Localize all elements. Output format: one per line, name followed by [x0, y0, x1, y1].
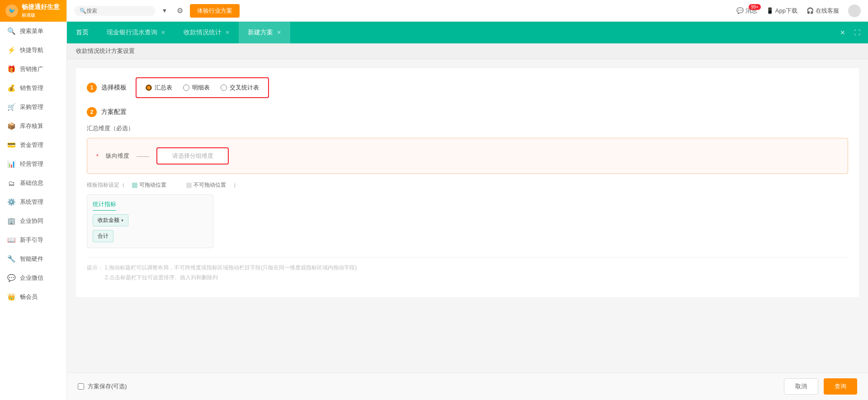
metric-amount-label: 收款金额 — [98, 216, 119, 224]
sidebar-label-sales: 销售管理 — [20, 84, 43, 92]
metric-subtag-row: 合计 — [93, 228, 208, 242]
sidebar-label-marketing: 营销推广 — [20, 65, 43, 73]
cancel-button[interactable]: 取消 — [784, 378, 818, 395]
settings-icon[interactable]: ⚙ — [174, 5, 186, 17]
sidebar-item-wechat[interactable]: 💬 企业微信 — [0, 268, 66, 287]
tab-collection-stats-close[interactable]: ✕ — [225, 29, 230, 36]
dimension-section-title: 汇总维度（必选） — [87, 124, 848, 132]
tab-collection-stats[interactable]: 收款情况统计 ✕ — [175, 22, 239, 43]
message-btn[interactable]: 💬 消息 99+ — [736, 7, 757, 15]
search-bar[interactable]: 🔍 — [74, 6, 156, 16]
system-icon: ⚙️ — [7, 198, 15, 206]
metrics-section-title: 统计指标 — [93, 200, 116, 211]
template-selection-box: 汇总表 明细表 交叉统计表 — [136, 77, 269, 98]
sidebar-item-base-info[interactable]: 🗂 基础信息 — [0, 174, 66, 193]
sidebar-item-operations[interactable]: 📊 经营管理 — [0, 155, 66, 174]
tab-new-plan-label: 新建方案 — [248, 28, 273, 37]
metric-dropdown-icon[interactable]: ▾ — [121, 218, 123, 223]
sidebar-item-sales[interactable]: 💰 销售管理 — [0, 79, 66, 98]
metrics-section: 模板指标设定（ 可拖动位置 不可拖动位置 ） — [87, 181, 848, 248]
tabs-close-btn[interactable]: ✕ — [837, 27, 848, 38]
query-button[interactable]: 查询 — [824, 378, 857, 395]
tab-new-plan-close[interactable]: ✕ — [277, 29, 281, 36]
sidebar: 🐦 畅捷通好生意 标准版 🔍 搜索菜单 ⚡ 快捷导航 🎁 营销推广 💰 销售管理… — [0, 0, 67, 400]
radio-cross-label: 交叉统计表 — [230, 84, 259, 92]
sidebar-item-vip[interactable]: 👑 畅会员 — [0, 287, 66, 306]
tabs-bar: 首页 现金银行流水查询 ✕ 收款情况统计 ✕ 新建方案 ✕ ✕ ⛶ — [67, 22, 868, 43]
sidebar-item-finance[interactable]: 💳 资金管理 — [0, 136, 66, 155]
metrics-container: 统计指标 收款金额 ▾ 合计 — [87, 194, 213, 248]
tips-line1: 提示： 1.拖动标题栏可以调整布局，不可跨维度或指标区域拖动栏目字段(只能在同一… — [87, 263, 848, 273]
inventory-icon: 📦 — [7, 122, 15, 130]
industry-btn[interactable]: 体验行业方案 — [190, 4, 240, 18]
save-label: 方案保存(可选) — [88, 382, 127, 391]
draggable-indicator — [132, 183, 137, 188]
sidebar-item-search[interactable]: 🔍 搜索菜单 — [0, 22, 66, 41]
metric-tag-row: 收款金额 ▾ — [93, 214, 208, 226]
page-body: 1 选择模板 汇总表 明细表 交叉统计表 — [67, 59, 868, 372]
footer-left: 方案保存(可选) — [78, 382, 127, 391]
step1-row: 1 选择模板 汇总表 明细表 交叉统计表 — [87, 77, 848, 98]
footer-right: 取消 查询 — [784, 378, 857, 395]
tab-cash-flow[interactable]: 现金银行流水查询 ✕ — [98, 22, 175, 43]
metrics-header: 模板指标设定（ 可拖动位置 不可拖动位置 ） — [87, 181, 848, 189]
message-icon: 💬 — [736, 7, 744, 14]
finance-icon: 💳 — [7, 141, 15, 149]
metric-tag-amount[interactable]: 收款金额 ▾ — [93, 214, 128, 226]
guide-icon: 📖 — [7, 236, 15, 244]
user-avatar[interactable] — [848, 5, 861, 17]
sidebar-item-guide[interactable]: 📖 新手引导 — [0, 231, 66, 249]
tab-new-plan[interactable]: 新建方案 ✕ — [239, 22, 290, 43]
radio-cross-input[interactable] — [221, 85, 227, 91]
sidebar-item-marketing[interactable]: 🎁 营销推广 — [0, 60, 66, 79]
metrics-setting-title: 模板指标设定（ — [87, 181, 125, 189]
tab-collection-stats-label: 收款情况统计 — [184, 28, 222, 37]
sidebar-item-inventory[interactable]: 📦 库存核算 — [0, 117, 66, 136]
sidebar-label-inventory: 库存核算 — [20, 122, 43, 130]
radio-cross[interactable]: 交叉统计表 — [221, 84, 259, 92]
radio-detail[interactable]: 明细表 — [183, 84, 210, 92]
dimension-inner: * 纵向维度 —— 请选择分组维度 — [96, 147, 839, 165]
step2-row: 2 方案配置 — [87, 107, 848, 117]
tab-home[interactable]: 首页 — [67, 22, 98, 43]
tabs-right-controls: ✕ ⛶ — [837, 27, 868, 38]
step2-circle: 2 — [87, 107, 97, 117]
sidebar-item-enterprise[interactable]: 🏢 企业协同 — [0, 212, 66, 231]
sidebar-item-purchase[interactable]: 🛒 采购管理 — [0, 98, 66, 117]
quick-nav-icon: ⚡ — [7, 46, 15, 54]
logo-icon: 🐦 — [5, 5, 18, 17]
operations-icon: 📊 — [7, 160, 15, 168]
select-dimension-btn[interactable]: 请选择分组维度 — [156, 147, 229, 165]
search-dropdown-icon[interactable]: ▼ — [159, 5, 170, 16]
main-area: 🔍 ▼ ⚙ 体验行业方案 💬 消息 99+ 📱 App下载 🎧 在线客服 — [67, 0, 868, 400]
online-service-btn[interactable]: 🎧 在线客服 — [807, 7, 839, 15]
radio-summary[interactable]: 汇总表 — [146, 84, 172, 92]
radio-detail-input[interactable] — [183, 85, 189, 91]
metrics-separator — [174, 181, 179, 189]
sidebar-label-wechat: 企业微信 — [20, 274, 43, 282]
sidebar-label-smart-hw: 智能硬件 — [20, 255, 43, 263]
dimension-row: * 纵向维度 —— 请选择分组维度 — [96, 147, 839, 165]
search-icon: 🔍 — [80, 8, 86, 14]
search-input[interactable] — [86, 8, 150, 14]
required-star: * — [96, 153, 99, 160]
step1-label: 选择模板 — [101, 84, 127, 92]
tab-cash-flow-close[interactable]: ✕ — [161, 29, 165, 36]
sales-icon: 💰 — [7, 84, 15, 92]
draggable-badge: 可拖动位置 — [132, 181, 166, 189]
sidebar-item-quick-nav[interactable]: ⚡ 快捷导航 — [0, 41, 66, 60]
radio-summary-input[interactable] — [146, 85, 152, 91]
sidebar-item-smart-hw[interactable]: 🔧 智能硬件 — [0, 249, 66, 268]
message-badge: 99+ — [749, 4, 761, 10]
non-draggable-indicator — [186, 183, 192, 188]
metrics-close-paren: ） — [233, 181, 239, 189]
vip-icon: 👑 — [7, 293, 15, 301]
sidebar-item-system[interactable]: ⚙️ 系统管理 — [0, 193, 66, 212]
app-download-label: App下载 — [775, 7, 797, 15]
save-checkbox[interactable] — [78, 383, 84, 390]
tabs-expand-btn[interactable]: ⛶ — [852, 27, 863, 38]
page-breadcrumb: 收款情况统计方案设置 — [67, 43, 868, 59]
breadcrumb-text: 收款情况统计方案设置 — [76, 47, 135, 54]
app-download-btn[interactable]: 📱 App下载 — [766, 7, 797, 15]
smart-hw-icon: 🔧 — [7, 255, 15, 263]
